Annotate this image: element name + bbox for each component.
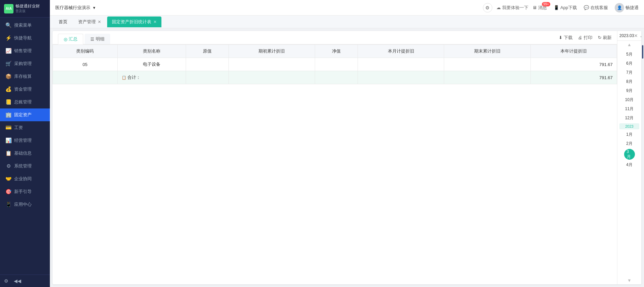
settings-button[interactable]: ⚙	[483, 3, 492, 12]
date-month-item[interactable]: 2月	[617, 139, 641, 148]
nav-icon-app_center: 📱	[5, 201, 11, 208]
experience-button[interactable]: ☁ 我要体验一下	[496, 5, 528, 11]
download-button[interactable]: ⬇ 下载	[559, 35, 573, 41]
sidebar-item-system[interactable]: ⚙ 系统管理	[0, 160, 50, 172]
date-month-item[interactable]: 11月	[617, 104, 641, 114]
nav-icon-ledger: 📒	[5, 99, 11, 105]
sidebar-item-search[interactable]: 🔍 搜索菜单	[0, 19, 50, 32]
user-profile[interactable]: 👤 畅捷通	[615, 3, 639, 12]
print-icon: 🖨	[578, 35, 582, 40]
nav-icon-purchase: 🛒	[5, 61, 11, 67]
sidebar-item-ledger[interactable]: 📒 总账管理	[0, 96, 50, 108]
table-header-row: 类别编码类别名称原值期初累计折旧净值本月计提折旧期末累计折旧本年计提折旧	[53, 45, 617, 58]
date-month-item[interactable]: 3月	[624, 149, 635, 160]
subtab-detail[interactable]: ☰ 明细	[85, 34, 110, 44]
date-panel-title: 2023.03	[619, 33, 634, 38]
refresh-button[interactable]: ↻ 刷新	[598, 35, 612, 41]
sidebar-item-operations[interactable]: 📊 经营管理	[0, 134, 50, 147]
date-month-item[interactable]: 9月	[617, 86, 641, 95]
date-scroll-area: 5月6月7月8月9月10月11月12月20231月2月3月4月	[617, 49, 641, 277]
sidebar-item-inventory[interactable]: 📦 库存核算	[0, 70, 50, 83]
summary-cell	[53, 71, 118, 84]
subtab-label-detail: 明细	[96, 36, 104, 42]
table-cell	[315, 58, 358, 71]
date-panel-close-icon[interactable]: ✕	[634, 33, 638, 38]
main-content: 医疗器械行业演示 ▼ ⚙ ☁ 我要体验一下 🖥 消息 99+ 📱 App下载 💬…	[50, 0, 644, 287]
footer-settings-icon[interactable]: ⚙	[4, 278, 8, 284]
sidebar-item-basic_info[interactable]: 📋 基础信息	[0, 147, 50, 160]
sidebar-item-enterprise[interactable]: 🤝 企业协同	[0, 172, 50, 185]
date-panel-expand-icon[interactable]: ⤢	[640, 33, 641, 38]
subtab-actions: ⬇ 下载 🖨 打印 ↻ 刷新	[559, 35, 612, 43]
sidebar-footer: ⚙ ◀◀	[0, 275, 50, 287]
user-name: 畅捷通	[625, 5, 639, 11]
date-month-item[interactable]: 4月	[617, 160, 641, 169]
summary-cell	[228, 71, 315, 84]
print-button[interactable]: 🖨 打印	[578, 35, 592, 41]
page-body: ◎ 汇总 ☰ 明细 ⬇ 下载 🖨 打印 ↻ 刷新	[53, 31, 617, 284]
date-month-item[interactable]: 5月	[617, 50, 641, 59]
date-nav-down-button[interactable]: ▼	[617, 277, 641, 284]
nav-icon-payroll: 💳	[5, 125, 11, 131]
table-body: 05电子设备791.67📋 合计：791.67	[53, 58, 617, 84]
nav-label-enterprise: 企业协同	[14, 176, 32, 182]
nav-icon-inventory: 📦	[5, 73, 11, 79]
subtab-summary[interactable]: ◎ 汇总	[58, 34, 83, 44]
sidebar-item-quick_nav[interactable]: ⚡ 快捷导航	[0, 32, 50, 44]
nav-icon-search: 🔍	[5, 22, 11, 28]
avatar: 👤	[615, 3, 624, 12]
footer-collapse-icon[interactable]: ◀◀	[14, 278, 21, 284]
tab-close-asset_mgmt[interactable]: ✕	[98, 20, 101, 24]
company-selector[interactable]: 医疗器械行业演示 ▼	[55, 5, 479, 11]
table-col-header: 本月计提折旧	[358, 45, 444, 58]
app-download-button[interactable]: 📱 App下载	[554, 5, 577, 11]
date-month-item[interactable]: 10月	[617, 95, 641, 104]
tab-close-depreciation_table[interactable]: ✕	[153, 20, 157, 24]
date-month-item[interactable]: 8月	[617, 77, 641, 86]
sidebar-item-sales[interactable]: 📈 销售管理	[0, 44, 50, 57]
table-cell: 05	[53, 58, 118, 71]
date-month-item[interactable]: 6月	[617, 59, 641, 68]
tab-home[interactable]: 首页	[54, 17, 72, 27]
sidebar-item-guide[interactable]: 🎯 新手引导	[0, 185, 50, 198]
nav-icon-guide: 🎯	[5, 189, 11, 195]
subtab-icon-detail: ☰	[90, 37, 94, 42]
sidebar-item-purchase[interactable]: 🛒 采购管理	[0, 57, 50, 70]
sidebar: AtA 畅捷通好业财 普及版 🔍 搜索菜单 ⚡ 快捷导航 📈 销售管理 🛒 采购…	[0, 0, 50, 287]
tab-label-depreciation_table: 固定资产折旧统计表	[112, 19, 151, 25]
date-panel-header: 2023.03 ✕ ⤢	[617, 31, 641, 41]
table-cell: 电子设备	[117, 58, 186, 71]
tab-depreciation_table[interactable]: 固定资产折旧统计表✕	[107, 17, 161, 27]
nav-icon-enterprise: 🤝	[5, 176, 11, 182]
nav-label-fixed_assets: 固定资产	[14, 112, 32, 118]
online-service-label: 在线客服	[590, 5, 608, 11]
date-panel: 2023.03 ✕ ⤢ ▲ 5月6月7月8月9月10月11月12月20231月2…	[617, 31, 641, 284]
table-cell	[228, 58, 315, 71]
summary-cell: 791.67	[530, 71, 617, 84]
nav-label-inventory: 库存核算	[14, 73, 32, 79]
table-cell	[186, 58, 228, 71]
table-col-header: 期末累计折旧	[444, 45, 530, 58]
online-service-button[interactable]: 💬 在线客服	[584, 5, 608, 11]
table-container: 类别编码类别名称原值期初累计折旧净值本月计提折旧期末累计折旧本年计提折旧 05电…	[53, 44, 617, 284]
date-month-item[interactable]: 1月	[617, 130, 641, 139]
sidebar-item-app_center[interactable]: 📱 应用中心	[0, 198, 50, 211]
nav-label-system: 系统管理	[14, 163, 32, 169]
date-nav-up-button[interactable]: ▲	[617, 41, 641, 49]
sidebar-item-finance[interactable]: 💰 资金管理	[0, 83, 50, 96]
sidebar-item-fixed_assets[interactable]: 🏢 固定资产	[0, 108, 50, 121]
subtab-bar: ◎ 汇总 ☰ 明细 ⬇ 下载 🖨 打印 ↻ 刷新	[53, 31, 617, 44]
table-row: 05电子设备791.67	[53, 58, 617, 71]
logo-icon: AtA	[4, 4, 13, 13]
avatar-icon: 👤	[617, 5, 622, 10]
sidebar-item-payroll[interactable]: 💳 工资	[0, 121, 50, 134]
tab-label-home: 首页	[59, 19, 67, 25]
tab-asset_mgmt[interactable]: 资产管理✕	[73, 17, 106, 27]
summary-cell	[186, 71, 228, 84]
app-download-label: App下载	[560, 5, 577, 11]
date-month-item[interactable]: 12月	[617, 114, 641, 123]
topbar-right: 🖥 消息 99+ 📱 App下载 💬 在线客服 👤 畅捷通	[532, 3, 639, 12]
date-month-item[interactable]: 7月	[617, 68, 641, 77]
messages-button[interactable]: 🖥 消息 99+	[532, 5, 547, 11]
app-name: 畅捷通好业财	[16, 4, 40, 9]
